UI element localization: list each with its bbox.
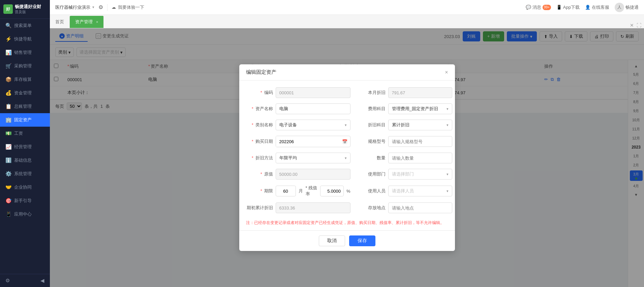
appcenter-icon: 📱 bbox=[5, 211, 11, 217]
sidebar-item-basicinfo[interactable]: ℹ️ 基础信息 bbox=[0, 154, 50, 167]
sidebar-item-guide[interactable]: 🎯 新手引导 bbox=[0, 194, 50, 208]
code-input[interactable] bbox=[276, 87, 350, 98]
monthly-dep-label: 本月折旧 bbox=[359, 90, 386, 96]
app-download-btn[interactable]: 📱 App下载 bbox=[556, 4, 580, 10]
basicinfo-icon: ℹ️ bbox=[5, 157, 11, 163]
quantity-input[interactable] bbox=[388, 153, 452, 163]
username: 畅捷通 bbox=[625, 4, 639, 10]
field-dep-method: * 折旧方法 年限平均 ▾ bbox=[246, 153, 350, 163]
sidebar-item-enterprise[interactable]: 🤝 企业协同 bbox=[0, 181, 50, 194]
topbar-divider bbox=[107, 4, 108, 11]
term-input[interactable] bbox=[276, 186, 296, 196]
sidebar-item-sales[interactable]: 📊 销售管理 bbox=[0, 46, 50, 59]
modal-close-btn[interactable]: × bbox=[445, 69, 448, 75]
sidebar-nav: 🔍 搜索菜单 ⚡ 快捷导航 📊 销售管理 🛒 采购管理 📦 库存核算 💰 bbox=[0, 19, 50, 274]
opening-dep-label: 期初累计折旧 bbox=[246, 205, 273, 211]
tab-expand-btn[interactable]: ⛶ bbox=[637, 23, 641, 28]
field-purchase-date: * 购买日期 📅 bbox=[246, 136, 350, 147]
calendar-icon[interactable]: 📅 bbox=[339, 139, 350, 144]
dep-subject-arrow: ▾ bbox=[447, 123, 449, 127]
tab-close-btn[interactable]: ✕ bbox=[630, 23, 634, 28]
dep-subject-label: 折旧科目 bbox=[359, 122, 386, 128]
sysadmin-icon: ⚙️ bbox=[5, 171, 11, 177]
download-icon: 📱 bbox=[556, 5, 562, 10]
sidebar-item-appcenter[interactable]: 📱 应用中心 bbox=[0, 208, 50, 221]
residual-rate-input[interactable] bbox=[320, 186, 344, 196]
tab-asset[interactable]: 资产管理 × bbox=[70, 16, 104, 28]
sidebar-logo: 好 畅捷通好业财 普及版 bbox=[3, 4, 47, 14]
ledger-icon: 📋 bbox=[5, 103, 11, 109]
cancel-button[interactable]: 取消 bbox=[319, 235, 345, 246]
logo-text: 畅捷通好业财 普及版 bbox=[15, 4, 41, 14]
original-value-input[interactable] bbox=[276, 169, 350, 180]
tab-home[interactable]: 首页 bbox=[50, 16, 70, 28]
expense-subject-select[interactable]: 管理费用_固定资产折旧 ▾ bbox=[388, 103, 452, 114]
spec-label: 规格型号 bbox=[359, 138, 386, 145]
demo-selector[interactable]: 医疗器械行业演示 ▾ bbox=[55, 4, 94, 10]
name-input[interactable] bbox=[276, 103, 350, 114]
purchase-date-picker[interactable]: 📅 bbox=[276, 136, 350, 147]
spec-input[interactable] bbox=[388, 136, 452, 147]
field-expense-subject: 费用科目 管理费用_固定资产折旧 ▾ bbox=[359, 103, 452, 114]
purchase-date-input[interactable] bbox=[276, 136, 339, 147]
fixedasset-icon: 🏢 bbox=[5, 117, 11, 123]
dep-subject-select[interactable]: 累计折旧 ▾ bbox=[388, 120, 452, 130]
sidebar-item-fixedasset[interactable]: 🏢 固定资产 bbox=[0, 113, 50, 127]
tab-asset-label: 资产管理 bbox=[75, 19, 93, 25]
user-placeholder: 请选择人员 bbox=[392, 188, 414, 194]
demo-arrow-icon: ▾ bbox=[92, 5, 94, 9]
dep-method-label: * 折旧方法 bbox=[246, 155, 273, 161]
department-arrow: ▾ bbox=[447, 172, 449, 177]
topbar: 医疗器械行业演示 ▾ ⚙ ☁ 我要体验一下 💬 消息 99+ 📱 App下载 bbox=[50, 0, 644, 15]
experience-text: 我要体验一下 bbox=[118, 4, 144, 10]
sidebar-item-finance[interactable]: 💰 资金管理 bbox=[0, 86, 50, 100]
modal-note: 注：已经存在变更记录或者对应固定资产已经生成凭证，原值、购买日期、残值率、累计折… bbox=[239, 220, 455, 230]
department-select[interactable]: 请选择部门 ▾ bbox=[388, 169, 452, 180]
edit-asset-modal: 编辑固定资产 × * 编码 bbox=[239, 64, 455, 251]
sidebar-item-search[interactable]: 🔍 搜索菜单 bbox=[0, 19, 50, 32]
logo-icon: 好 bbox=[3, 4, 13, 14]
modal-title: 编辑固定资产 bbox=[246, 69, 276, 75]
save-button[interactable]: 保存 bbox=[349, 235, 375, 246]
sidebar-item-payroll[interactable]: 💵 工资 bbox=[0, 127, 50, 140]
location-label: 存放地点 bbox=[359, 205, 386, 211]
field-department: 使用部门 请选择部门 ▾ bbox=[359, 169, 452, 180]
sidebar-item-operations[interactable]: 📈 经营管理 bbox=[0, 140, 50, 154]
sidebar-item-inventory[interactable]: 📦 库存核算 bbox=[0, 73, 50, 86]
sidebar-item-purchase[interactable]: 🛒 采购管理 bbox=[0, 59, 50, 73]
collapse-icon[interactable]: ◀ bbox=[40, 278, 44, 284]
user-select[interactable]: 请选择人员 ▾ bbox=[388, 186, 452, 196]
opening-dep-input[interactable] bbox=[276, 202, 350, 213]
search-icon: 🔍 bbox=[5, 23, 11, 29]
bell-icon: 💬 bbox=[526, 5, 531, 10]
online-support-btn[interactable]: 👤 在线客服 bbox=[585, 4, 609, 10]
purchase-icon: 🛒 bbox=[5, 63, 11, 69]
tab-asset-close-icon[interactable]: × bbox=[96, 20, 98, 24]
notifications-btn[interactable]: 💬 消息 99+ bbox=[526, 4, 551, 10]
purchase-date-label: * 购买日期 bbox=[246, 138, 273, 145]
dep-method-select[interactable]: 年限平均 ▾ bbox=[276, 153, 350, 163]
monthly-dep-input[interactable] bbox=[388, 87, 452, 98]
category-select[interactable]: 电子设备 ▾ bbox=[276, 120, 350, 130]
online-support-label: 在线客服 bbox=[592, 4, 609, 10]
location-input[interactable] bbox=[388, 202, 452, 213]
department-label: 使用部门 bbox=[359, 171, 386, 177]
tabs-controls: ✕ ⛶ bbox=[627, 23, 644, 28]
modal-body: * 编码 本月折旧 bbox=[239, 81, 455, 220]
user-menu[interactable]: 人 畅捷通 bbox=[615, 3, 639, 12]
demo-name: 医疗器械行业演示 bbox=[55, 4, 90, 10]
code-label: * 编码 bbox=[246, 90, 273, 96]
sidebar-item-sysadmin[interactable]: ⚙️ 系统管理 bbox=[0, 167, 50, 181]
sidebar-item-quicknav[interactable]: ⚡ 快捷导航 bbox=[0, 32, 50, 46]
experience-btn[interactable]: ☁ 我要体验一下 bbox=[112, 4, 144, 10]
settings-icon[interactable]: ⚙ bbox=[5, 278, 10, 284]
expense-subject-label: 费用科目 bbox=[359, 106, 386, 112]
notifications-badge: 99+ bbox=[543, 5, 551, 10]
payroll-icon: 💵 bbox=[5, 130, 11, 136]
field-opening-dep: 期初累计折旧 bbox=[246, 202, 350, 213]
field-quantity: 数量 bbox=[359, 153, 452, 163]
field-user: 使用人员 请选择人员 ▾ bbox=[359, 185, 452, 197]
sidebar-item-ledger[interactable]: 📋 总账管理 bbox=[0, 100, 50, 113]
enterprise-icon: 🤝 bbox=[5, 184, 11, 190]
topbar-settings-icon[interactable]: ⚙ bbox=[98, 4, 103, 10]
